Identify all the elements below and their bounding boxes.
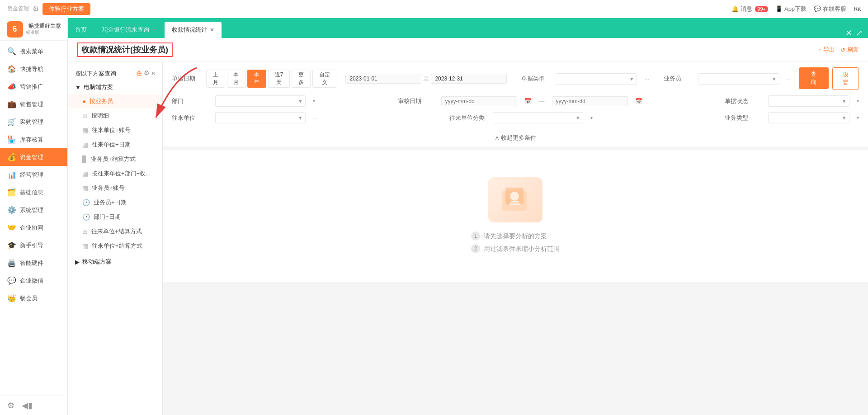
salesman-more-icon[interactable]: ··· bbox=[787, 75, 792, 82]
business-type-chevron[interactable]: ▾ bbox=[857, 115, 859, 120]
setting-btn[interactable]: 设置 bbox=[832, 67, 859, 90]
scheme-item-by-detail[interactable]: ⊞ 按明细 bbox=[68, 108, 162, 123]
counterpart-select[interactable] bbox=[215, 112, 306, 123]
desktop-scheme-group: ▼ 电脑端方案 ● 按业务员 ⊞ 按明细 ▦ bbox=[68, 80, 162, 253]
doc-status-select[interactable] bbox=[768, 95, 849, 107]
maximize-icon[interactable]: ⤢ bbox=[856, 28, 863, 38]
scheme-item-salesman-date[interactable]: 🕐 业务员+日期 bbox=[68, 195, 162, 210]
app-download-btn[interactable]: 📱 App下载 bbox=[775, 5, 807, 13]
date-btn-more[interactable]: 更多 bbox=[292, 70, 311, 88]
online-service-btn[interactable]: 💬 在线客服 bbox=[814, 5, 846, 13]
type-more-icon[interactable]: ··· bbox=[644, 75, 649, 82]
date-btn-this-year[interactable]: 本年 bbox=[247, 70, 266, 88]
scheme-item-by-counterpart-dept[interactable]: ▦ 按往来单位+部门+收... bbox=[68, 166, 162, 181]
business-type-select[interactable] bbox=[768, 112, 849, 123]
scheme-item-by-salesman[interactable]: ● 按业务员 bbox=[68, 94, 162, 108]
counterpart-dept-label: 按往来单位+部门+收... bbox=[92, 170, 151, 178]
refresh-btn[interactable]: ↺ 刷新 bbox=[840, 46, 859, 54]
add-scheme-icon[interactable]: ⊕ bbox=[136, 69, 142, 78]
dept-chevron[interactable]: ▾ bbox=[313, 99, 315, 104]
date-btn-custom[interactable]: 自定义 bbox=[312, 70, 336, 88]
salesman-select[interactable] bbox=[698, 73, 779, 85]
settings-icon[interactable]: ⚙ bbox=[33, 5, 39, 13]
desktop-group-header[interactable]: ▼ 电脑端方案 bbox=[68, 80, 162, 94]
counterpart-dept-icon: ▦ bbox=[82, 170, 88, 177]
sidebar-item-enterprise[interactable]: 🤝 企业协同 bbox=[0, 219, 67, 236]
user-name[interactable]: Rit bbox=[854, 5, 861, 12]
sidebar-item-quicknav[interactable]: 🏠 快捷导航 bbox=[0, 60, 67, 78]
logo-text: 畅捷通好生意 bbox=[28, 23, 61, 30]
sidebar-item-inventory[interactable]: 🏪 库存核算 bbox=[0, 131, 67, 148]
doc-status-chevron[interactable]: ▾ bbox=[857, 99, 859, 104]
sidebar-item-marketing[interactable]: 📣 营销推广 bbox=[0, 78, 67, 95]
marketing-icon: 📣 bbox=[7, 82, 16, 91]
tab-collection-close[interactable]: ✕ bbox=[210, 27, 214, 33]
collapse-panel-icon[interactable]: « bbox=[151, 69, 155, 78]
sidebar-item-search[interactable]: 🔍 搜索菜单 bbox=[0, 42, 67, 60]
sidebar-bottom: ⚙ ◀▮ bbox=[0, 396, 67, 415]
audit-date-dash: — bbox=[539, 98, 545, 104]
wechat-icon: 💬 bbox=[7, 276, 16, 285]
demo-btn[interactable]: 体验行业方案 bbox=[42, 3, 90, 15]
scheme-header-label: 按以下方案查询 bbox=[75, 70, 116, 78]
sidebar-item-basics[interactable]: 🗂️ 基础信息 bbox=[0, 184, 67, 201]
audit-date-from[interactable] bbox=[441, 96, 517, 106]
date-to-input[interactable] bbox=[431, 74, 507, 84]
scheme-item-dept-date[interactable]: 🕐 部门+日期 bbox=[68, 210, 162, 224]
sidebar-item-operations[interactable]: 📊 经营管理 bbox=[0, 166, 67, 184]
sidebar-item-member[interactable]: 👑 畅会员 bbox=[0, 289, 67, 307]
sidebar-item-system[interactable]: ⚙️ 系统管理 bbox=[0, 201, 67, 219]
collapse-bar[interactable]: ∧ 收起更多条件 bbox=[163, 129, 868, 146]
date-btn-last-month[interactable]: 上月 bbox=[206, 70, 225, 88]
dept-select[interactable] bbox=[215, 95, 306, 107]
scheme-item-salesman-account[interactable]: ▦ 业务员+账号 bbox=[68, 181, 162, 195]
online-service-label: 在线客服 bbox=[823, 5, 846, 13]
tab-bar-right: ✕ ⤢ bbox=[845, 28, 868, 38]
sidebar-item-purchase[interactable]: 🛒 采购管理 bbox=[0, 113, 67, 131]
scheme-item-counterpart-calc1[interactable]: ⊞ 往来单位+结算方式 bbox=[68, 224, 162, 239]
counterpart-label: 往来单位 bbox=[172, 114, 208, 122]
messages-btn[interactable]: 🔔 消息 99+ bbox=[731, 5, 768, 13]
type-select[interactable] bbox=[556, 73, 637, 85]
date-btn-this-month[interactable]: 本月 bbox=[227, 70, 246, 88]
audit-date-calendar-to[interactable]: 📅 bbox=[635, 98, 642, 104]
close-window-icon[interactable]: ✕ bbox=[845, 28, 852, 38]
audit-date-to[interactable] bbox=[552, 96, 628, 106]
desktop-group-label: 电脑端方案 bbox=[84, 83, 113, 91]
mobile-group-header[interactable]: ▶ 移动端方案 bbox=[68, 255, 162, 269]
sidebar-item-basics-label: 基础信息 bbox=[20, 189, 43, 197]
scheme-item-salesman-calc[interactable]: ▊ 业务员+结算方式 bbox=[68, 152, 162, 166]
export-icon: ↑ bbox=[819, 47, 822, 53]
settings-bottom-icon[interactable]: ⚙ bbox=[7, 401, 14, 410]
export-btn[interactable]: ↑ 导出 bbox=[819, 46, 835, 54]
scheme-item-counterpart-date[interactable]: ▦ 往来单位+日期 bbox=[68, 137, 162, 152]
system-icon: ⚙️ bbox=[7, 206, 16, 214]
scheme-item-counterpart-calc2[interactable]: ▦ 往来单位+结算方式 bbox=[68, 239, 162, 253]
sidebar-item-finance[interactable]: 💰 资金管理 bbox=[0, 148, 67, 166]
tab-bank-flow-close[interactable]: ✕ bbox=[152, 27, 156, 33]
counterpart-more-icon[interactable]: ··· bbox=[313, 114, 318, 121]
sidebar-item-sales[interactable]: 💼 销售管理 bbox=[0, 95, 67, 113]
scheme-item-counterpart-account[interactable]: ▦ 往来单位+账号 bbox=[68, 123, 162, 137]
tab-collection[interactable]: 收款情况统计 ✕ bbox=[165, 22, 222, 38]
audit-date-label: 审核日期 bbox=[398, 97, 434, 105]
bell-icon: 🔔 bbox=[731, 5, 739, 12]
sidebar-item-wechat[interactable]: 💬 企业微信 bbox=[0, 272, 67, 289]
sidebar-item-guide[interactable]: 🎓 新手引导 bbox=[0, 236, 67, 254]
scheme-settings-icon[interactable]: ⚙ bbox=[144, 69, 150, 78]
date-from-input[interactable] bbox=[345, 74, 421, 84]
audit-date-calendar-from[interactable]: 📅 bbox=[524, 98, 532, 104]
sales-icon: 💼 bbox=[7, 100, 16, 108]
collapse-sidebar-icon[interactable]: ◀▮ bbox=[22, 401, 33, 410]
sidebar-item-wechat-label: 企业微信 bbox=[20, 277, 43, 285]
date-btn-7days[interactable]: 近7天 bbox=[268, 70, 290, 88]
counterpart-cat-chevron[interactable]: ▾ bbox=[590, 115, 593, 120]
tab-home[interactable]: 首页 bbox=[68, 22, 94, 38]
desktop-group-arrow: ▼ bbox=[75, 84, 81, 91]
counterpart-category-select[interactable] bbox=[493, 112, 583, 123]
sidebar-item-hardware[interactable]: 🖨️ 智能硬件 bbox=[0, 254, 67, 272]
empty-illustration bbox=[488, 177, 542, 222]
query-btn[interactable]: 查询 bbox=[799, 67, 828, 89]
step2-text: 用过滤条件来缩小分析范围 bbox=[484, 242, 560, 255]
tab-bank-flow[interactable]: 现金银行流水查询 ✕ bbox=[95, 22, 164, 38]
